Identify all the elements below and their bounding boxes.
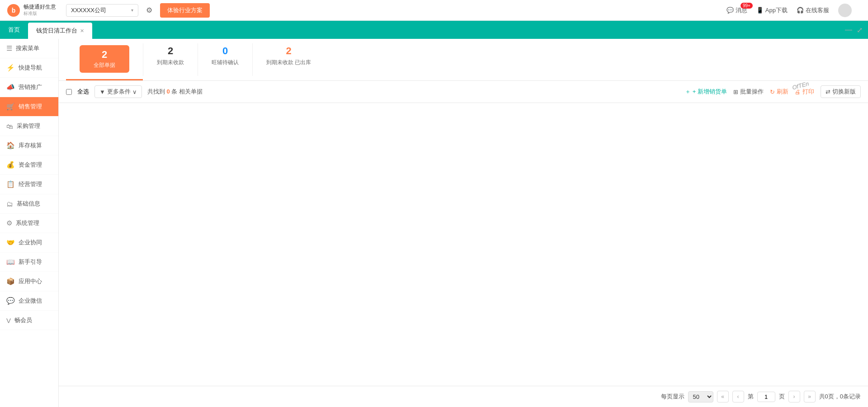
message-item[interactable]: 💬 消息 99+: [726, 6, 747, 14]
main-layout: ☰ 搜索菜单 ⚡ 快捷导航 📣 营销推广 🛒 销售管理 🛍 采购管理 🏠 库存核…: [0, 39, 868, 407]
workspace-tab-label: 钱货日清工作台: [36, 27, 77, 35]
page-number-input[interactable]: [757, 392, 775, 402]
online-service-item[interactable]: 🎧 在线客服: [797, 6, 829, 14]
sidebar-guide-label: 新手引导: [19, 258, 42, 266]
company-selector[interactable]: XXXXXX公司 ▾: [66, 4, 138, 17]
stat-wangpu-num: 0: [222, 45, 228, 57]
page-last-button[interactable]: »: [804, 391, 816, 402]
batch-icon: ⊞: [733, 89, 738, 95]
refresh-button[interactable]: ↻ 刷新: [770, 88, 788, 96]
stat-overdue-shipped[interactable]: 2 到期未收款 已出库: [253, 39, 325, 80]
refresh-label: 刷新: [777, 88, 788, 96]
found-prefix: 共找到: [147, 88, 165, 95]
trial-button[interactable]: 体验行业方案: [160, 3, 210, 18]
filter-label: 更多条件: [107, 88, 131, 96]
app-download-label: App下载: [765, 6, 788, 14]
print-label: 打印: [802, 88, 814, 96]
found-count: 0: [167, 88, 170, 95]
toolbar: 全选 ▼ 更多条件 ∨ 共找到 0 条 相关单据 ＋ + 新增销货单 ⊞ 批量操…: [59, 81, 868, 103]
sidebar-basic-info-label: 基础信息: [17, 200, 40, 208]
company-name: XXXXXX公司: [71, 6, 106, 14]
gear-icon: ⚙: [146, 6, 152, 14]
sidebar: ☰ 搜索菜单 ⚡ 快捷导航 📣 营销推广 🛒 销售管理 🛍 采购管理 🏠 库存核…: [0, 39, 59, 407]
sidebar-inventory-label: 库存核算: [19, 141, 42, 150]
stat-all-label: 全部单据: [94, 61, 115, 69]
stat-all-orders[interactable]: 2 全部单据: [66, 39, 143, 80]
add-order-button[interactable]: ＋ + 新增销货单: [685, 88, 727, 96]
page-label: 第: [748, 393, 754, 401]
per-page-select[interactable]: 50 100 200: [688, 391, 713, 402]
select-all-label: 全选: [77, 88, 89, 96]
sales-icon: 🛒: [6, 103, 15, 111]
sidebar-item-wechat[interactable]: 💬 企业微信: [0, 291, 58, 311]
tab-close-icon[interactable]: ✕: [80, 28, 84, 34]
add-label: + 新增销货单: [693, 88, 727, 96]
add-icon: ＋: [685, 88, 691, 96]
found-text: 共找到 0 条 相关单据: [147, 88, 203, 96]
toolbar-right: ＋ + 新增销货单 ⊞ 批量操作 ↻ 刷新 🖨 打印 ⇄ 切换新版: [685, 85, 861, 98]
app-version: 标准版: [24, 10, 56, 17]
sidebar-member-label: 畅会员: [14, 316, 32, 324]
filter-button[interactable]: ▼ 更多条件 ∨: [94, 85, 142, 98]
top-bar: b 畅捷通好生意 标准版 XXXXXX公司 ▾ ⚙ 体验行业方案 💬 消息 99…: [0, 0, 868, 21]
app-logo-icon: b: [7, 4, 20, 17]
sidebar-shortcut-label: 快捷导航: [19, 64, 42, 72]
window-maximize-icon[interactable]: ⤢: [857, 26, 863, 34]
stat-overdue-num: 2: [168, 45, 173, 57]
shortcut-icon: ⚡: [6, 64, 15, 72]
batch-button[interactable]: ⊞ 批量操作: [733, 88, 764, 96]
tab-workspace[interactable]: 钱货日清工作台 ✕: [28, 23, 92, 39]
sidebar-operations-label: 经营管理: [19, 180, 42, 188]
sidebar-item-system[interactable]: ⚙ 系统管理: [0, 214, 58, 233]
sidebar-purchase-label: 采购管理: [17, 122, 40, 130]
sidebar-item-marketing[interactable]: 📣 营销推广: [0, 78, 58, 97]
service-icon: 🎧: [797, 7, 804, 14]
found-suffix: 条 相关单据: [171, 88, 203, 95]
stat-overdue-uncollected[interactable]: 2 到期未收款: [143, 39, 198, 80]
sidebar-item-member[interactable]: V 畅会员: [0, 311, 58, 330]
operations-icon: 📋: [6, 180, 15, 188]
purchase-icon: 🛍: [6, 122, 13, 130]
window-minimize-icon[interactable]: —: [845, 26, 852, 34]
page-next-button[interactable]: ›: [788, 391, 800, 402]
page-prev-button[interactable]: ‹: [732, 391, 744, 402]
settings-button[interactable]: ⚙: [142, 3, 156, 18]
tab-home[interactable]: 首页: [0, 21, 28, 39]
top-right-area: 💬 消息 99+ 📱 App下载 🎧 在线客服: [726, 4, 861, 17]
wechat-icon: 💬: [6, 297, 15, 305]
online-service-label: 在线客服: [806, 6, 829, 14]
switch-version-button[interactable]: ⇄ 切换新版: [821, 85, 861, 98]
stat-wangpu-pending[interactable]: 0 旺辅待确认: [198, 39, 252, 80]
sidebar-item-guide[interactable]: 📖 新手引导: [0, 253, 58, 272]
pagination-bar: 每页显示 50 100 200 « ‹ 第 页 › » 共0页，0条记录: [59, 386, 868, 407]
page-unit: 页: [779, 393, 785, 401]
stat-all-num: 2: [102, 49, 107, 61]
sidebar-item-cooperation[interactable]: 🤝 企业协同: [0, 233, 58, 253]
inventory-icon: 🏠: [6, 141, 15, 150]
sidebar-item-basic-info[interactable]: 🗂 基础信息: [0, 194, 58, 214]
sidebar-item-finance[interactable]: 💰 资金管理: [0, 155, 58, 175]
app-download-item[interactable]: 📱 App下载: [756, 6, 788, 14]
page-first-button[interactable]: «: [717, 391, 729, 402]
sidebar-cooperation-label: 企业协同: [19, 239, 42, 247]
sidebar-item-sales[interactable]: 🛒 销售管理: [0, 97, 58, 117]
sidebar-item-search[interactable]: ☰ 搜索菜单: [0, 39, 58, 58]
system-icon: ⚙: [6, 219, 12, 227]
sidebar-system-label: 系统管理: [16, 219, 39, 227]
filter-chevron-icon: ∨: [132, 89, 137, 95]
sidebar-apps-label: 应用中心: [19, 277, 42, 285]
sidebar-item-apps[interactable]: 📦 应用中心: [0, 272, 58, 291]
search-icon: ☰: [6, 44, 12, 52]
avatar[interactable]: [838, 4, 852, 17]
sidebar-item-inventory[interactable]: 🏠 库存核算: [0, 136, 58, 155]
sidebar-item-shortcut[interactable]: ⚡ 快捷导航: [0, 58, 58, 78]
batch-label: 批量操作: [740, 88, 764, 96]
sidebar-finance-label: 资金管理: [19, 161, 42, 169]
sidebar-search-label: 搜索菜单: [16, 44, 39, 52]
sidebar-item-operations[interactable]: 📋 经营管理: [0, 175, 58, 194]
select-all-checkbox[interactable]: [66, 89, 72, 95]
chevron-down-icon: ▾: [131, 8, 133, 13]
sidebar-item-purchase[interactable]: 🛍 采购管理: [0, 117, 58, 136]
filter-icon: ▼: [99, 89, 105, 95]
sidebar-wechat-label: 企业微信: [19, 297, 42, 305]
